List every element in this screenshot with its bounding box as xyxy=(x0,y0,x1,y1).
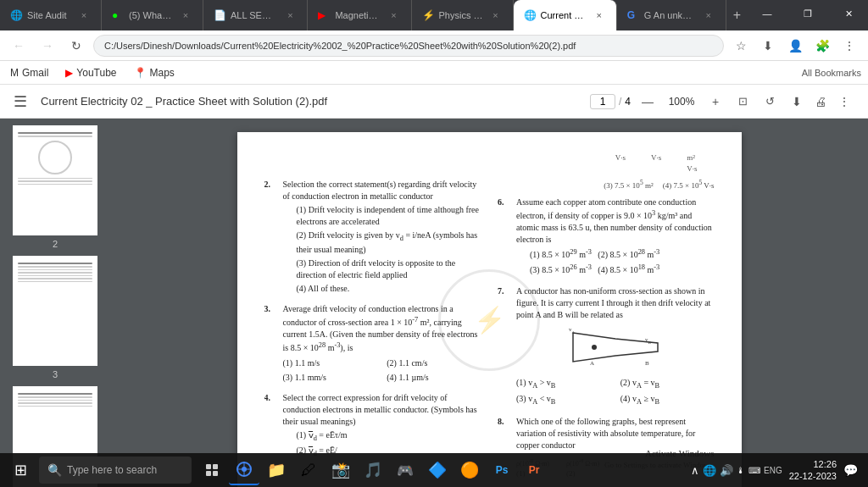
browser-window: 🌐 Site Audit × ● (5) WhatsApp × 📄 ALL SE… xyxy=(0,0,868,487)
q2-content: Selection the correct statement(s) regar… xyxy=(283,179,481,295)
tab-physics[interactable]: ⚡ Physics Wallah × xyxy=(412,0,514,30)
q6-number: 6. xyxy=(498,196,511,277)
network-icon[interactable]: 🌐 xyxy=(703,464,716,477)
pdf-content[interactable]: ⚡ V·s V·s m²V·s 2. xyxy=(110,119,868,487)
taskbar-chrome[interactable] xyxy=(229,455,259,485)
pdf-more-button[interactable]: ⋮ xyxy=(834,91,854,112)
minimize-button[interactable]: — xyxy=(748,0,787,27)
extensions-btn[interactable]: 🧩 xyxy=(810,34,834,58)
tab-seo-notes[interactable]: 📄 ALL SEO NOTES × xyxy=(203,0,308,30)
taskbar-music[interactable]: 🎵 xyxy=(358,455,388,485)
tab-current-close[interactable]: × xyxy=(593,8,606,22)
pdf-page-inner: ⚡ V·s V·s m²V·s 2. xyxy=(264,152,715,487)
volume-icon[interactable]: 🔊 xyxy=(720,464,733,477)
taskbar-pen[interactable]: 🖊 xyxy=(293,455,324,485)
tab-whatsapp-close[interactable]: × xyxy=(179,8,192,22)
battery-icon[interactable]: 🌡 xyxy=(737,466,745,475)
pdf-zoom-out-button[interactable]: — xyxy=(637,91,658,112)
chevron-up-icon[interactable]: ∧ xyxy=(691,464,699,477)
q3-text: Average drift velocity of conduction ele… xyxy=(283,303,481,355)
q2-opt1: (1) Drift velocity is independent of tim… xyxy=(283,204,481,228)
q2-number: 2. xyxy=(264,179,278,295)
pdf-viewer: 2 3 xyxy=(0,119,868,487)
q7-text: A conductor has non-uniform cross-sectio… xyxy=(516,285,715,321)
tab-site-audit[interactable]: 🌐 Site Audit × xyxy=(0,0,102,30)
tab-unknown-label: G An unknown re... xyxy=(644,10,697,20)
seo-notes-favicon: 📄 xyxy=(214,9,225,21)
taskbar-search[interactable]: 🔍 Type here to search xyxy=(39,457,192,484)
q3-opt4: (4) 1.1 µm/s xyxy=(387,372,481,384)
bookmark-star[interactable]: ☆ xyxy=(729,34,753,58)
pdf-zoom-in-button[interactable]: + xyxy=(705,91,726,112)
taskbar-ps-icon[interactable]: Ps xyxy=(487,455,517,485)
close-button[interactable]: ✕ xyxy=(829,0,868,27)
rotate-button[interactable]: ↺ xyxy=(760,91,780,112)
more-btn[interactable]: ⋮ xyxy=(837,34,861,58)
clock-date: 22-12-2023 xyxy=(789,470,837,482)
tab-seo-notes-close[interactable]: × xyxy=(283,8,297,22)
language-icon[interactable]: ENG xyxy=(764,466,782,475)
left-column: 2. Selection the correct statement(s) re… xyxy=(264,179,481,487)
taskbar-game[interactable]: 🎮 xyxy=(390,455,420,485)
bookmark-maps[interactable]: 📍 Maps xyxy=(131,64,178,82)
new-tab-button[interactable]: + xyxy=(726,0,748,30)
q6-opt1: (1) 8.5 × 1029 m-3 (2) 8.5 × 1028 m-3 xyxy=(516,247,715,261)
bookmark-youtube[interactable]: ▶ YouTube xyxy=(62,64,120,82)
youtube-icon: ▶ xyxy=(65,67,73,79)
tab-current-electricity[interactable]: 🌐 Current Electric... × xyxy=(514,0,617,30)
pdf-download-button[interactable]: ⬇ xyxy=(787,91,807,112)
pdf-title: Current Electricity 02 _ Practice Sheet … xyxy=(41,95,583,108)
back-button[interactable]: ← xyxy=(7,34,31,58)
address-input[interactable] xyxy=(93,35,724,57)
pdf-page-input[interactable] xyxy=(590,94,615,109)
svg-text:vA: vA xyxy=(569,326,576,335)
thumb-3-image[interactable] xyxy=(13,256,97,366)
taskbar-task-view[interactable] xyxy=(197,455,227,485)
account-btn[interactable]: 👤 xyxy=(783,34,807,58)
sidebar-toggle-button[interactable]: ☰ xyxy=(14,92,27,111)
tab-magnetic-close[interactable]: × xyxy=(387,8,401,22)
all-bookmarks[interactable]: All Bookmarks xyxy=(802,68,861,78)
tab-magnetic[interactable]: ▶ Magnetic Effect... × xyxy=(308,0,411,30)
taskbar-photos[interactable]: 📸 xyxy=(326,455,356,485)
reload-button[interactable]: ↻ xyxy=(64,34,88,58)
ans-4: (4) 7.5 × 105 V·s xyxy=(663,181,715,190)
question-6: 6. Assume each copper atom contribute on… xyxy=(498,196,715,277)
zoom-control: 100% xyxy=(665,96,698,108)
notification-icon[interactable]: 💬 xyxy=(843,463,858,477)
tab-physics-close[interactable]: × xyxy=(489,8,503,22)
zoom-value: 100% xyxy=(665,96,698,108)
thumbnail-3[interactable]: 3 xyxy=(13,256,97,379)
pdf-print-button[interactable]: 🖨 xyxy=(810,91,831,112)
tab-unknown-close[interactable]: × xyxy=(702,8,715,22)
forward-button[interactable]: → xyxy=(36,34,59,58)
svg-rect-6 xyxy=(206,464,211,469)
taskbar-blue-app[interactable]: 🔷 xyxy=(422,455,453,485)
address-actions: ☆ ⬇ 👤 🧩 ⋮ xyxy=(729,34,861,58)
maps-icon: 📍 xyxy=(134,67,147,79)
q8-text: Which one of the following graphs, best … xyxy=(516,416,715,451)
fit-page-button[interactable]: ⊡ xyxy=(732,91,753,112)
thumb-2-image[interactable] xyxy=(13,125,97,235)
pdf-total-pages: 4 xyxy=(625,96,631,108)
tab-site-audit-close[interactable]: × xyxy=(77,8,91,22)
download-nav-btn[interactable]: ⬇ xyxy=(756,34,780,58)
q2-opt4: (4) All of these. xyxy=(283,283,481,295)
tab-whatsapp[interactable]: ● (5) WhatsApp × xyxy=(102,0,203,30)
units-row: V·s V·s m²V·s xyxy=(264,152,715,174)
q2-opt3: (3) Direction of drift velocity is oppos… xyxy=(283,257,481,281)
restore-button[interactable]: ❐ xyxy=(788,0,827,27)
taskbar-media[interactable]: Pr xyxy=(519,455,549,485)
taskbar-more-apps[interactable]: 🟠 xyxy=(454,455,485,485)
tab-unknown[interactable]: G G An unknown re... × xyxy=(617,0,726,30)
start-button[interactable]: ⊞ xyxy=(3,455,37,485)
taskbar-clock[interactable]: 12:26 22-12-2023 xyxy=(789,458,837,483)
bookmark-gmail[interactable]: M Gmail xyxy=(7,64,52,82)
question-2: 2. Selection the correct statement(s) re… xyxy=(264,179,481,295)
q7-opt3: (3) vA < vB xyxy=(516,393,610,407)
whatsapp-favicon: ● xyxy=(112,9,124,21)
thumbnail-2[interactable]: 2 xyxy=(13,125,97,249)
keyboard-icon[interactable]: ⌨ xyxy=(748,466,760,475)
q4-text: Select the correct expression for drift … xyxy=(283,392,481,428)
taskbar-file-explorer[interactable]: 📁 xyxy=(261,455,292,485)
